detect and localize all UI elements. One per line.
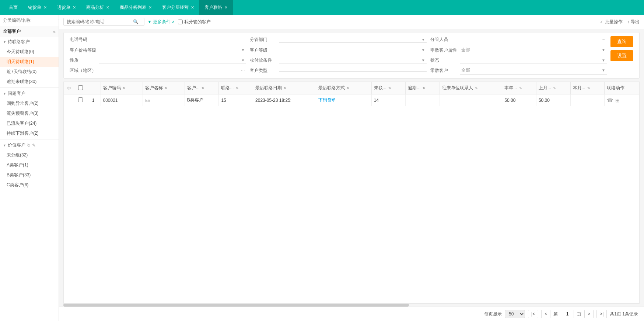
nature-select[interactable]: ▼ — [99, 58, 246, 63]
sort-contacts-icon[interactable]: ⇅ — [236, 86, 239, 90]
sort-this-month-icon[interactable]: ⇅ — [587, 86, 590, 90]
retail-attr-label: 零散客户属性 — [430, 47, 460, 54]
person-select[interactable]: ··· — [460, 36, 607, 43]
row-type: B类客户 — [185, 94, 219, 106]
filter-row-3: 性质 ▼ 收付款条件 ▼ 状态 — [70, 57, 607, 63]
my-customers-checkbox[interactable] — [178, 20, 183, 24]
batch-operation-btn[interactable]: ☑ 批量操作 — [599, 19, 623, 25]
retail-attr-select[interactable]: 全部▼ — [460, 46, 607, 54]
payment-select[interactable]: ▼ — [279, 58, 426, 63]
horizontal-scrollbar[interactable] — [63, 304, 640, 307]
close-product-analysis-icon[interactable]: ✕ — [106, 5, 109, 10]
retail-customer-label: 零散客户 — [430, 68, 460, 74]
phone-input[interactable] — [99, 36, 246, 43]
sidebar-group-problem-customers[interactable]: 问题客户 — [0, 89, 59, 99]
sort-name-icon[interactable]: ⇅ — [165, 86, 168, 90]
more-filter-btn[interactable]: ▼ 更多条件 ∧ — [147, 19, 175, 25]
last-contact-method-link[interactable]: 下销货单 — [318, 97, 336, 103]
set-button[interactable]: 设置 — [610, 50, 633, 61]
select-all-checkbox[interactable] — [78, 85, 83, 90]
sort-code-icon[interactable]: ⇅ — [123, 86, 126, 90]
search-icon[interactable]: 🔍 — [133, 19, 139, 24]
nav-customer-contact[interactable]: 客户联络 ✕ — [199, 0, 233, 15]
nav-sales-order[interactable]: 销货单 ✕ — [23, 0, 52, 15]
customer-level-select[interactable]: ▼ — [279, 47, 426, 53]
nav-product-analysis-list[interactable]: 商品分析列表 ✕ — [115, 0, 157, 15]
page-number-input[interactable] — [561, 310, 574, 318]
next-page-btn[interactable]: > — [584, 310, 594, 318]
close-product-analysis-list-icon[interactable]: ✕ — [148, 5, 152, 10]
col-num — [86, 82, 101, 94]
sidebar-item-7days-contact[interactable]: 近7天待联络(0) — [0, 67, 59, 77]
sidebar-item-b-customers[interactable]: B类客户(33) — [0, 170, 59, 180]
filter-actions: 查询 设置 — [610, 36, 633, 75]
sidebar-item-today-contact[interactable]: 今天待联络(0) — [0, 47, 59, 57]
customer-level-label: 客户等级 — [250, 47, 279, 54]
sidebar-item-churned[interactable]: 已流失客户(24) — [0, 118, 59, 128]
region-select[interactable]: ··· — [99, 67, 246, 74]
row-checkbox[interactable] — [78, 97, 83, 102]
sidebar-item-churn-warning[interactable]: 流失预警客户(3) — [0, 108, 59, 118]
person-label: 分管人员 — [430, 37, 460, 43]
first-page-btn[interactable]: |< — [528, 310, 538, 318]
export-btn[interactable]: ↑ 导出 — [627, 19, 640, 25]
status-select[interactable]: ▼ — [460, 58, 607, 63]
sidebar-item-declining[interactable]: 持续下滑客户(2) — [0, 128, 59, 138]
col-last-contact-method: 最后联络方式 ⇅ — [316, 82, 371, 94]
my-customers-checkbox-label[interactable]: 我分管的客户 — [178, 19, 211, 25]
sidebar-item-ungrouped[interactable]: 未分组(32) — [0, 150, 59, 160]
dept-label: 分管部门 — [250, 37, 279, 43]
search-box: 🔍 — [63, 18, 144, 26]
sort-unit-contact-icon[interactable]: ⇅ — [475, 86, 478, 90]
sort-overdue-icon[interactable]: ⇅ — [423, 86, 426, 90]
value-customers-edit-icon[interactable]: ✎ — [32, 143, 36, 148]
sidebar-group-pending-contact[interactable]: 待联络客户 — [0, 37, 59, 47]
sidebar-item-repurchase-anomaly[interactable]: 回购异常客户(2) — [0, 99, 59, 108]
per-page-select[interactable]: 50 100 200 — [505, 310, 525, 318]
nav-product-analysis[interactable]: 商品分析 ✕ — [81, 0, 115, 15]
retail-customer-select[interactable]: 全部▼ — [460, 66, 607, 75]
settings-icon[interactable]: ⚙ — [67, 86, 71, 91]
nav-home[interactable]: 首页 — [4, 0, 23, 15]
col-settings: ⚙ — [64, 82, 75, 94]
nav-purchase-order[interactable]: 进货单 ✕ — [52, 0, 81, 15]
row-contacts: 15 — [219, 94, 253, 106]
row-this-month — [570, 94, 605, 106]
status-label: 状态 — [430, 57, 460, 63]
sort-type-icon[interactable]: ⇅ — [202, 86, 204, 90]
search-input[interactable] — [67, 19, 133, 24]
sidebar-item-overdue-contact[interactable]: 逾期未联络(30) — [0, 77, 59, 87]
sidebar-item-c-customers[interactable]: C类客户(6) — [0, 180, 59, 190]
sidebar-search-input[interactable] — [3, 18, 58, 23]
customer-type-select[interactable] — [279, 70, 426, 72]
contact-action-icon[interactable]: ☎ — [607, 97, 613, 103]
sidebar-item-a-customers[interactable]: A类客户(1) — [0, 160, 59, 170]
sort-last-month-icon[interactable]: ⇅ — [553, 86, 556, 90]
dept-select[interactable]: ▼ — [279, 37, 426, 43]
sort-no-contact-icon[interactable]: ⇅ — [388, 86, 391, 90]
close-customer-tier-icon[interactable]: ✕ — [191, 5, 194, 10]
last-page-btn[interactable]: >| — [596, 310, 607, 318]
all-customers-header[interactable]: 全部客户 « — [0, 26, 59, 37]
prev-page-btn[interactable]: < — [541, 310, 550, 318]
price-level-select[interactable]: ▼ — [99, 47, 246, 53]
sort-this-year-icon[interactable]: ⇅ — [519, 86, 522, 90]
nav-customer-tier[interactable]: 客户分层经营 ✕ — [157, 0, 199, 15]
nature-label: 性质 — [70, 57, 99, 63]
close-customer-contact-icon[interactable]: ✕ — [224, 5, 228, 10]
query-button[interactable]: 查询 — [610, 36, 633, 47]
sidebar-item-tomorrow-contact[interactable]: 明天待联络(1) — [0, 57, 59, 67]
filter-icon: ▼ — [147, 19, 152, 24]
scroll-thumb[interactable] — [63, 304, 409, 307]
sort-last-date-icon[interactable]: ⇅ — [284, 86, 287, 90]
close-sales-order-icon[interactable]: ✕ — [43, 5, 47, 10]
close-purchase-order-icon[interactable]: ✕ — [73, 5, 76, 10]
collapse-icon[interactable]: « — [53, 29, 56, 34]
more-action-icon[interactable]: ⊞ — [615, 97, 620, 103]
row-last-contact-date: 2023-05-23 18:25: — [253, 94, 316, 106]
sidebar-group-value-customers[interactable]: 价值客户 ↻ ✎ — [0, 140, 59, 150]
phone-label: 电话号码 — [70, 37, 99, 43]
value-customers-refresh-icon[interactable]: ↻ — [27, 143, 31, 148]
row-last-contact-method: 下销货单 — [316, 94, 371, 106]
sort-last-method-icon[interactable]: ⇅ — [347, 86, 350, 90]
